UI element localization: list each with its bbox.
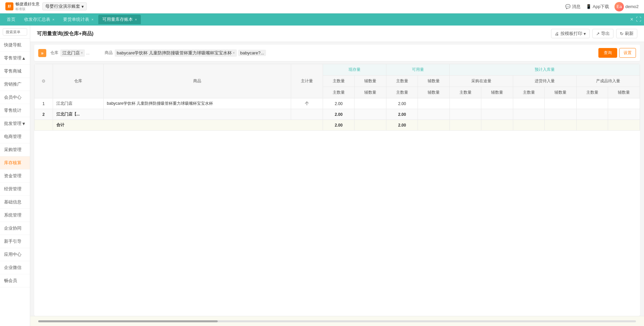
cell-unit-1: 个 — [291, 98, 323, 109]
warehouse-tag-container: 江北门店 × ... — [60, 49, 101, 57]
enterprise-wechat-label: 企业微信 — [4, 265, 21, 271]
th-warehouse: 仓库 — [53, 64, 103, 98]
retail-mall-label: 零售商城 — [4, 68, 21, 74]
product-tag-container: babycare学饮杯 儿童防摔防撞吸管杯重力球吸嘴杯宝宝水杯 × babyca… — [115, 49, 266, 57]
cell-warehouse-2: 江北门店【... — [53, 109, 103, 120]
export-icon: ↗ — [596, 31, 600, 36]
setting-btn[interactable]: 设置 — [619, 48, 636, 58]
sidebar-item-operation[interactable]: 经营管理 — [0, 183, 30, 196]
product-tag-text-0: babycare学饮杯 儿童防摔防撞吸管杯重力球吸嘴杯宝宝水杯 — [117, 50, 232, 56]
chevron-down-icon: ▾ — [82, 4, 84, 9]
avatar: Ea — [614, 2, 624, 11]
inventory-label: 库存核算 — [4, 160, 21, 166]
cell-prd-main-2 — [576, 109, 608, 120]
th-available: 可用量 — [386, 64, 449, 76]
cell-avail-aux-2 — [418, 109, 450, 120]
cell-stock-main-1: 2.00 — [323, 98, 355, 109]
cell-index-2: 2 — [35, 109, 53, 120]
tab-receive-close[interactable]: × — [52, 17, 54, 21]
sidebar-item-quick-nav[interactable]: 快捷导航 — [0, 39, 30, 52]
warehouse-filter-more[interactable]: ... — [86, 51, 90, 55]
message-btn[interactable]: 💬 消息 — [565, 4, 581, 10]
product-tag-1: babycare?... — [238, 50, 266, 56]
page-title: 可用量查询(按仓库+商品) — [37, 31, 94, 37]
close-all-btn[interactable]: × — [630, 16, 633, 22]
tab-available-close[interactable]: × — [135, 17, 137, 21]
quick-nav-label: 快捷导航 — [4, 42, 21, 48]
sidebar-item-member[interactable]: 会员中心 — [0, 91, 30, 104]
sidebar-item-retail-stats[interactable]: 零售统计 — [0, 104, 30, 117]
sidebar-item-sys-mgmt[interactable]: 系统管理 — [0, 209, 30, 222]
tab-home[interactable]: 首页 — [3, 15, 19, 24]
sidebar-item-basic-info[interactable]: 基础信息 — [0, 196, 30, 209]
store-selector[interactable]: 母婴行业演示账套 ▾ — [42, 2, 87, 10]
sidebar-item-marketing[interactable]: 营销推广 — [0, 78, 30, 91]
sidebar-item-new-guide[interactable]: 新手引导 — [0, 235, 30, 248]
app-download-label: App下载 — [593, 4, 609, 10]
sidebar-item-retail-mall[interactable]: 零售商城 — [0, 65, 30, 78]
new-guide-label: 新手引导 — [4, 238, 21, 244]
cell-stock-aux-1 — [355, 98, 386, 109]
filter-expand-btn[interactable]: » — [38, 49, 46, 57]
refresh-icon: ↻ — [620, 31, 624, 36]
operation-label: 经营管理 — [4, 186, 21, 192]
user-profile[interactable]: Ea demo2 — [614, 2, 639, 11]
horizontal-scrollbar[interactable] — [38, 320, 636, 322]
wholesale-mgmt-label: 批发管理 — [4, 121, 21, 127]
product-tag-0: babycare学饮杯 儿童防摔防撞吸管杯重力球吸嘴杯宝宝水杯 × — [115, 49, 237, 57]
th-avail-aux-qty: 辅数量 — [418, 76, 450, 87]
cell-prd-aux-2 — [608, 109, 640, 120]
cell-gds-aux-1 — [545, 98, 577, 109]
th-stock-main-qty: 主数量 — [323, 76, 355, 87]
store-name: 母婴行业演示账套 — [45, 3, 80, 9]
scrollbar-thumb[interactable] — [38, 320, 218, 322]
sidebar-item-app-center[interactable]: 应用中心 — [0, 248, 30, 261]
tab-receive[interactable]: 收发存汇总表 × — [20, 15, 58, 24]
th-s-aux: 辅数量 — [355, 87, 386, 98]
product-tag-close-0[interactable]: × — [233, 51, 235, 55]
sidebar-item-enterprise-wechat[interactable]: 企业微信 — [0, 261, 30, 274]
logo-sub: 标准版 — [15, 7, 40, 11]
sidebar-item-finance[interactable]: 资金管理 — [0, 170, 30, 183]
sidebar-item-wholesale-mgmt[interactable]: 批发管理 ▼ — [0, 117, 30, 130]
th-planned-inbound: 预计入库量 — [449, 64, 640, 76]
content: 可用量查询(按仓库+商品) 🖨 按模板打印 ▾ ↗ 导出 ↻ 刷新 » — [30, 26, 644, 326]
user-name: demo2 — [625, 4, 639, 9]
th-settings[interactable]: ⚙ — [35, 64, 53, 98]
warehouse-tag-0: 江北门店 × — [60, 49, 85, 57]
th-main-unit: 主计量 — [291, 64, 323, 98]
sidebar-item-purchase[interactable]: 采购管理 — [0, 143, 30, 156]
app-download-btn[interactable]: 📱 App下载 — [586, 4, 609, 10]
page-header: 可用量查询(按仓库+商品) 🖨 按模板打印 ▾ ↗ 导出 ↻ 刷新 — [30, 26, 644, 42]
tab-order-close[interactable]: × — [91, 17, 93, 21]
export-btn[interactable]: ↗ 导出 — [592, 29, 613, 38]
main-table: ⚙ 仓库 商品 主计量 现存量 可用量 预计入库量 主数量 辅数量 主数量 辅数… — [34, 64, 640, 131]
user-initial: Ea — [616, 4, 622, 9]
th-a-main: 主数量 — [386, 87, 418, 98]
sidebar-item-retail-mgmt[interactable]: 零售管理 ▲ — [0, 52, 30, 65]
summary-prd-aux — [608, 120, 640, 131]
vip-member-label: 畅会员 — [4, 278, 17, 284]
th-gds-main: 主数量 — [513, 87, 545, 98]
cell-pur-aux-1 — [481, 98, 513, 109]
sidebar-item-enterprise[interactable]: 企业协同 — [0, 222, 30, 235]
logo-area: 好 畅捷通好生意 标准版 — [5, 2, 40, 11]
warehouse-tag-close[interactable]: × — [81, 51, 83, 55]
tab-available[interactable]: 可用量库存账本 × — [98, 15, 141, 24]
sidebar-item-inventory[interactable]: 库存核算 — [0, 156, 30, 170]
th-a-aux: 辅数量 — [418, 87, 450, 98]
cell-pur-main-2 — [449, 109, 481, 120]
fullscreen-btn[interactable]: ⛶ — [636, 16, 641, 22]
sidebar-item-ecommerce[interactable]: 电商管理 — [0, 130, 30, 143]
ecommerce-label: 电商管理 — [4, 134, 21, 140]
print-btn[interactable]: 🖨 按模板打印 ▾ — [551, 29, 590, 38]
summary-pur-aux — [481, 120, 513, 131]
search-input[interactable] — [3, 28, 27, 36]
app-center-label: 应用中心 — [4, 251, 21, 258]
tab-bar: 首页 收发存汇总表 × 要货单统计表 × 可用量库存账本 × × ⛶ — [0, 13, 644, 26]
tab-order[interactable]: 要货单统计表 × — [59, 15, 97, 24]
refresh-btn[interactable]: ↻ 刷新 — [616, 29, 637, 38]
query-btn[interactable]: 查询 — [598, 48, 617, 58]
sidebar-item-vip-member[interactable]: 畅会员 — [0, 274, 30, 287]
summary-pur-main — [449, 120, 481, 131]
